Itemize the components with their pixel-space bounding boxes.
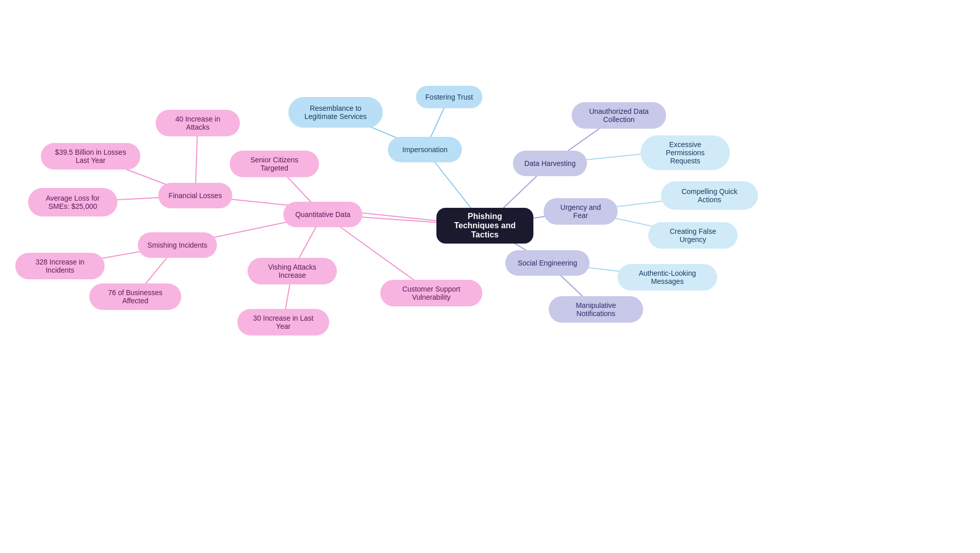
node-unauthorized[interactable]: Unauthorized Data Collection	[572, 102, 666, 129]
mindmap-container: Phishing Techniques and TacticsImpersona…	[0, 0, 980, 553]
node-39-billion[interactable]: $39.5 Billion in Losses Last Year	[41, 143, 140, 170]
node-urgency-fear[interactable]: Urgency and Fear	[544, 198, 618, 225]
node-impersonation[interactable]: Impersonation	[388, 137, 462, 162]
node-authentic[interactable]: Authentic-Looking Messages	[618, 264, 717, 291]
node-data-harvesting[interactable]: Data Harvesting	[513, 151, 587, 176]
node-financial-losses[interactable]: Financial Losses	[158, 183, 232, 208]
node-social-engineering[interactable]: Social Engineering	[505, 250, 590, 276]
center-node[interactable]: Phishing Techniques and Tactics	[436, 208, 533, 244]
node-fostering-trust[interactable]: Fostering Trust	[416, 86, 482, 108]
node-excessive[interactable]: Excessive Permissions Requests	[641, 135, 730, 170]
node-creating-false[interactable]: Creating False Urgency	[648, 222, 738, 249]
node-40-increase[interactable]: 40 Increase in Attacks	[156, 110, 240, 136]
node-manipulative[interactable]: Manipulative Notifications	[549, 296, 643, 323]
node-senior-citizens[interactable]: Senior Citizens Targeted	[230, 151, 319, 177]
node-quantitative[interactable]: Quantitative Data	[283, 202, 362, 227]
node-average-loss[interactable]: Average Loss for SMEs: $25,000	[28, 188, 117, 217]
node-30-increase[interactable]: 30 Increase in Last Year	[237, 309, 329, 335]
node-328-increase[interactable]: 328 Increase in Incidents	[15, 253, 105, 279]
node-smishing[interactable]: Smishing Incidents	[138, 232, 217, 258]
connections-svg	[0, 0, 980, 553]
node-compelling[interactable]: Compelling Quick Actions	[661, 181, 758, 210]
node-76-businesses[interactable]: 76 of Businesses Affected	[89, 283, 181, 310]
node-vishing[interactable]: Vishing Attacks Increase	[248, 258, 337, 284]
node-resemblance[interactable]: Resemblance to Legitimate Services	[288, 97, 383, 128]
node-customer-support[interactable]: Customer Support Vulnerability	[380, 280, 482, 306]
